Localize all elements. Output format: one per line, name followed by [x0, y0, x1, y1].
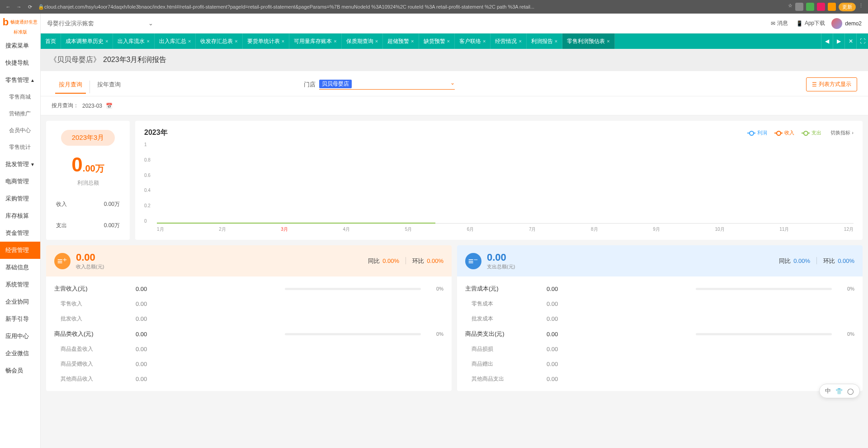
sidebar-item[interactable]: 营销推广 — [0, 105, 40, 122]
sidebar-item[interactable]: 基础信息 — [0, 259, 40, 276]
sidebar-item[interactable]: 零售商城 — [0, 89, 40, 105]
switch-metric-button[interactable]: 切换指标 › — [830, 129, 854, 136]
page-tab[interactable]: 出入库流水× — [113, 33, 154, 49]
sidebar-item[interactable]: 畅会员 — [0, 362, 40, 379]
income-icon: ≡⁺ — [54, 253, 71, 269]
sidebar-item[interactable]: 搜索菜单 — [0, 37, 40, 54]
page-tab[interactable]: 可用量库存账本× — [289, 33, 341, 49]
browser-forward-icon[interactable]: → — [15, 3, 23, 10]
app-download-link[interactable]: 📱 App下载 — [796, 19, 825, 27]
messages-link[interactable]: ✉ 消息 — [771, 19, 788, 27]
page-title: 《贝贝母婴店》 2023年3月利润报告 — [41, 49, 868, 71]
sidebar-item[interactable]: 快捷导航 — [0, 54, 40, 71]
browser-url[interactable]: cloud.chanjet.com/hsy/u4oor74daqxh/lole3… — [44, 4, 783, 10]
chart-legend: 利润 收入 支出 — [747, 129, 821, 136]
tabs-scroll-left[interactable]: ◀ — [821, 33, 833, 49]
income-card: ≡⁺ 0.00 收入总额(元) 同比0.00% 环比0.00% 主营收入(元)0… — [46, 245, 452, 391]
sidebar-item[interactable]: 电商管理 — [0, 173, 40, 190]
stat-row: 主营收入(元)0.000% — [54, 281, 443, 296]
page-tab[interactable]: 成本调整单历史× — [61, 33, 113, 49]
sidebar-item[interactable]: 采购管理 — [0, 190, 40, 207]
page-tab[interactable]: 经营情况× — [491, 33, 526, 49]
sidebar-item[interactable]: 企业协同 — [0, 293, 40, 310]
summary-card: 2023年3月 0.00万 利润总额 收入 0.00万 支出 0.00万 — [46, 121, 130, 240]
page-tab[interactable]: 首页 — [41, 33, 61, 49]
stat-row: 批发成本0.00 — [465, 311, 854, 326]
list-view-button[interactable]: ☰ 列表方式显示 — [806, 77, 857, 91]
app-edition: 标准版 — [14, 29, 27, 35]
sidebar-item[interactable]: 企业微信 — [0, 345, 40, 362]
ext-icon-3[interactable] — [817, 3, 825, 11]
ext-icon-2[interactable] — [806, 3, 814, 11]
close-icon[interactable]: × — [411, 38, 414, 44]
query-month-value[interactable]: 2023-03 — [82, 103, 102, 109]
floating-toolbar[interactable]: 中 👕 ◯ — [819, 384, 860, 398]
page-tab[interactable]: 收发存汇总表× — [196, 33, 242, 49]
close-icon[interactable]: × — [375, 38, 378, 44]
page-tab[interactable]: 超储预警× — [383, 33, 419, 49]
browser-reload-icon[interactable]: ⟳ — [26, 3, 33, 10]
page-tab[interactable]: 利润报告× — [527, 33, 562, 49]
sidebar-item[interactable]: 零售管理▲ — [0, 71, 40, 89]
sidebar-item[interactable]: 系统管理 — [0, 276, 40, 293]
browser-update-badge[interactable]: 更新 — [839, 3, 856, 11]
close-icon[interactable]: × — [607, 38, 609, 44]
close-icon[interactable]: × — [282, 38, 284, 44]
close-icon[interactable]: × — [555, 38, 557, 44]
sidebar-item[interactable]: 应用中心 — [0, 328, 40, 345]
close-icon[interactable]: × — [483, 38, 486, 44]
page-tab[interactable]: 保质期查询× — [342, 33, 383, 49]
shirt-icon[interactable]: 👕 — [835, 388, 843, 395]
tab-close-button[interactable]: ✕ — [844, 33, 856, 49]
sidebar-item[interactable]: 新手引导 — [0, 310, 40, 328]
browser-back-icon[interactable]: ← — [5, 3, 12, 10]
lock-icon: 🔒 — [38, 4, 44, 10]
expense-icon: ≡⁻ — [465, 253, 481, 269]
page-tab[interactable]: 零售利润预估表× — [562, 33, 614, 49]
sidebar-item[interactable]: 库存核算 — [0, 207, 40, 224]
page-tab[interactable]: 缺货预警× — [419, 33, 455, 49]
circle-icon[interactable]: ◯ — [847, 388, 854, 395]
user-avatar[interactable] — [831, 18, 842, 29]
chart-line-expense — [157, 223, 435, 224]
top-bar: 母婴行业演示账套 ⌄ ✉ 消息 📱 App下载 demo2 — [41, 14, 868, 33]
stat-row: 零售成本0.00 — [465, 296, 854, 311]
store-selector[interactable]: 门店 贝贝母婴店 ⌄ — [304, 80, 455, 94]
page-tab[interactable]: 出入库汇总× — [155, 33, 196, 49]
filter-tab-year[interactable]: 按年查询 — [90, 81, 128, 93]
page-tab[interactable]: 要货单统计表× — [243, 33, 289, 49]
close-icon[interactable]: × — [447, 38, 450, 44]
close-icon[interactable]: × — [334, 38, 336, 44]
browser-menu-icon[interactable]: ⋮ — [859, 3, 863, 11]
stat-row: 商品类收入(元)0.000% — [54, 326, 443, 342]
sidebar-item[interactable]: 经营管理 — [0, 242, 40, 259]
store-value: 贝贝母婴店 — [319, 80, 352, 88]
filter-tab-month[interactable]: 按月查询 — [52, 81, 90, 93]
list-icon: ☰ — [812, 81, 817, 88]
tabs-scroll-right[interactable]: ▶ — [833, 33, 844, 49]
browser-extensions: ☆ 更新 ⋮ — [788, 3, 863, 11]
close-icon[interactable]: × — [519, 38, 521, 44]
sidebar-item[interactable]: 零售统计 — [0, 139, 40, 156]
sidebar-item[interactable]: 会员中心 — [0, 122, 40, 139]
account-selector[interactable]: 母婴行业演示账套 ⌄ — [47, 19, 153, 28]
ime-lang[interactable]: 中 — [825, 387, 831, 395]
close-icon[interactable]: × — [105, 38, 108, 44]
chevron-down-icon: ⌄ — [148, 20, 153, 27]
phone-icon: 📱 — [796, 20, 803, 27]
ext-icon-4[interactable] — [828, 3, 836, 11]
tab-fullscreen-button[interactable]: ⛶ — [856, 33, 868, 49]
message-icon: ✉ — [771, 20, 775, 27]
page-tab[interactable]: 客户联络× — [455, 33, 491, 49]
ext-icon-1[interactable] — [795, 3, 803, 11]
username[interactable]: demo2 — [845, 20, 862, 27]
summary-label: 利润总额 — [53, 179, 123, 187]
close-icon[interactable]: × — [188, 38, 191, 44]
sidebar-item[interactable]: 资金管理 — [0, 224, 40, 242]
chart-plot: 10.80.60.40.20 1月2月3月4月5月6月7月8月9月10月11月1… — [144, 142, 854, 233]
calendar-icon[interactable]: 📅 — [106, 103, 113, 109]
close-icon[interactable]: × — [146, 38, 149, 44]
close-icon[interactable]: × — [235, 38, 237, 44]
star-icon[interactable]: ☆ — [788, 3, 793, 11]
sidebar-item[interactable]: 批发管理▼ — [0, 156, 40, 173]
